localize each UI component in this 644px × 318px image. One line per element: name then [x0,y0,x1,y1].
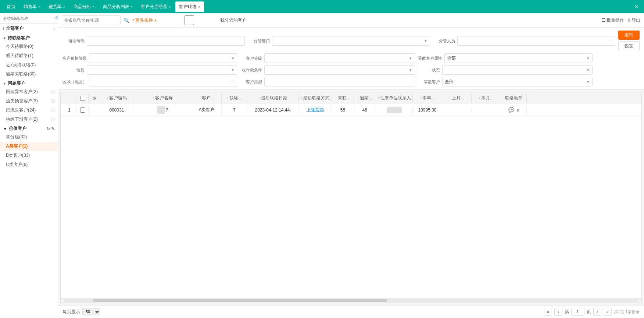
edit-icon[interactable]: ✎ [51,126,55,131]
payment-arrow: ▼ [409,68,412,72]
overdue-label: 逾期未联络(30) [6,71,36,77]
sidebar-item-7day-pending[interactable]: 近7天待联络(0) [0,60,58,70]
sort-icon-code[interactable]: ↕ [107,96,108,100]
sort-icon-thismonth[interactable]: ↕ [479,96,480,100]
customer-level-select[interactable]: ▼ [264,53,415,63]
message-action-icon[interactable]: 💬 [508,107,514,113]
window-close-button[interactable]: × [632,3,641,10]
th-gear[interactable]: ⚙ [89,94,100,102]
name-box-1: ? [157,106,168,114]
sort-icon-name[interactable]: ↕ [153,96,154,100]
payment-select[interactable]: ▼ [264,65,415,75]
status-arrow: ▼ [586,68,590,72]
tab-customer-tier-label: 客户分层经营 [141,4,167,10]
customer-type-label: 客户类型 [240,79,262,85]
info-icon-0[interactable]: ⓘ [51,89,55,95]
sort-icon-lastmonth[interactable]: ↕ [449,96,451,100]
sort-icon-ctype[interactable]: ↕ [199,96,201,100]
batch-op-button[interactable]: ☰ 批量操作 [602,17,624,24]
last-page-button[interactable]: » [604,308,612,316]
customer-level-arrow: ▼ [409,56,412,60]
sort-icon-lastdate[interactable]: ↕ [258,96,260,100]
page-label: 第 [565,309,569,315]
row-lastway-1[interactable]: 下销货单 [307,107,324,113]
filter-search-input[interactable] [62,15,121,25]
close-purchase-icon[interactable]: × [63,5,65,9]
sidebar-search-input[interactable] [3,16,54,21]
scrollbar-thumb[interactable] [93,299,387,302]
phone-label: 电话号码 [62,38,85,44]
dept-label: 分管部门 [248,38,270,44]
td-check-1[interactable] [77,106,89,114]
export-button[interactable]: ⇓ 导出 [627,17,640,24]
filter-more-button[interactable]: ▿ 更多条件 ▲ [132,17,157,24]
table-header: ⚙ ↕ 客户编码 ↕ 客户名称 ↕ 客户... ↕ 联络... [61,92,641,104]
nature-select[interactable]: ▼ [87,65,237,75]
sidebar-item-a-class[interactable]: A类客户(1) [0,142,58,151]
settings-button[interactable]: 设置 [618,41,640,51]
sidebar-search-icon[interactable]: 🔍 [55,15,58,21]
tab-sales[interactable]: 销售单 × [20,1,44,12]
retail-attr-select[interactable]: 全部 ▼ [444,53,593,63]
select-all-checkbox[interactable] [80,96,85,101]
sort-icon-unit[interactable]: ↕ [378,96,379,100]
horizontal-scrollbar[interactable] [61,298,641,303]
sidebar-item-b-class[interactable]: B类客户(33) [0,151,58,160]
collapse-icon[interactable]: ‹ [53,26,55,31]
tab-home[interactable]: 首页 [3,1,19,12]
first-page-button[interactable]: « [544,308,552,316]
phone-input[interactable] [87,36,245,46]
row-ctype-1: A类客户 [198,107,215,113]
sidebar-item-ungroup[interactable]: 未分组(32) [0,132,58,142]
info-icon-1[interactable]: ⓘ [51,99,55,104]
tab-purchase[interactable]: 进货单 × [45,1,69,12]
th-lastway: ↕ 最后联络方式 [299,93,332,103]
close-goods-analysis-icon[interactable]: × [93,5,95,9]
close-sales-icon[interactable]: × [38,5,40,9]
tab-goods-analysis-list-label: 商品分析列表 [103,4,129,10]
sidebar-item-today-pending[interactable]: 今天待联络(0) [0,42,58,51]
sort-icon-contact[interactable]: ↕ [227,96,229,100]
next-page-button[interactable]: › [593,308,601,316]
scrollbar-track [64,299,638,302]
qr-action-icon[interactable]: ∎ [516,107,519,113]
dept-select[interactable]: ▼ [272,36,430,46]
prev-page-button[interactable]: ‹ [554,308,562,316]
refresh-icon[interactable]: ↻ [46,126,50,131]
all-customers-header[interactable]: ⁝ 全部客户 ‹ [0,24,58,33]
tab-goods-analysis[interactable]: 商品分析 × [70,1,99,12]
sort-icon-uncontact[interactable]: ↕ [335,96,337,100]
status-select[interactable]: ▼ [442,65,593,75]
info-icon-2[interactable]: ⓘ [51,108,55,113]
sidebar-item-overdue[interactable]: 逾期未联络(30) [0,70,58,79]
my-customers-checkbox[interactable] [160,15,219,25]
sort-icon-lastway[interactable]: ↕ [301,96,303,100]
tab-customer-contact[interactable]: 客户联络 × [175,1,204,12]
retail-customer-select[interactable]: 全部 ▼ [442,77,593,86]
row-checkbox-1[interactable] [80,107,85,113]
info-icon-3[interactable]: ⓘ [51,117,55,122]
sidebar-item-churned[interactable]: 已流失客户(24) ⓘ [0,106,58,115]
tab-customer-tier[interactable]: 客户分层经营 × [137,1,175,12]
sidebar-item-churn-warning[interactable]: 流失预警客户(3) ⓘ [0,96,58,106]
close-customer-tier-icon[interactable]: × [169,5,171,9]
area-select[interactable]: ··· [89,77,237,86]
search-button[interactable]: 查询 [618,31,640,40]
sort-icon-year[interactable]: ↕ [420,96,422,100]
price-level-select[interactable]: ▼ [89,53,237,63]
person-select[interactable]: ··· [457,36,615,46]
filter-search-icon[interactable]: 🔍 [124,18,129,23]
sidebar-item-tomorrow-pending[interactable]: 明天待联络(1) [0,51,58,60]
sidebar-item-c-class[interactable]: C类客户(6) [0,160,58,169]
page-number-input[interactable] [571,308,584,316]
my-customers-filter[interactable]: 我分管的客户 [160,15,247,25]
sidebar-item-repurchase-abnormal[interactable]: 回购异常客户(2) ⓘ [0,87,58,96]
sort-icon-overdue[interactable]: ↕ [357,96,359,100]
tab-goods-analysis-list[interactable]: 商品分析列表 × [99,1,137,12]
more-conditions-label: 更多条件 [135,17,153,24]
close-customer-contact-icon[interactable]: × [198,5,200,9]
page-size-select[interactable]: 10 20 50 100 [82,308,100,315]
close-goods-analysis-list-icon[interactable]: × [131,5,133,9]
customer-type-select[interactable] [264,77,415,86]
sidebar-item-declining[interactable]: 持续下滑客户(2) ⓘ [0,115,58,124]
